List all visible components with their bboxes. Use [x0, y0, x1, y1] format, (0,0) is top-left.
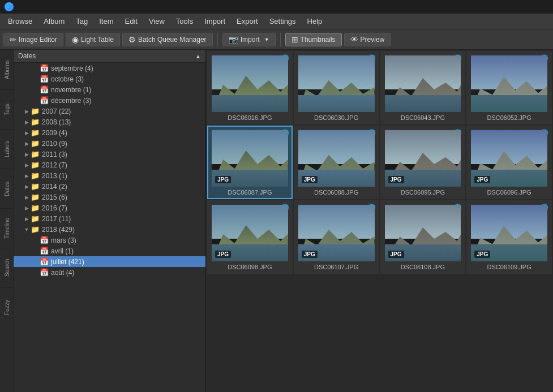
tree-item-2014[interactable]: ▶📁2014 (2) — [14, 181, 205, 192]
tree-item-juillet[interactable]: 📅juillet (421) — [14, 256, 205, 267]
thumb-label-dsc06088: DSC06088.JPG — [298, 189, 375, 196]
sidebar-tab-albums[interactable]: Albums — [0, 50, 14, 89]
tree-item-2015[interactable]: ▶📁2015 (6) — [14, 192, 205, 203]
content-area[interactable]: 🌐DSC06016.JPG🌐DSC06030.JPG🌐DSC06043.JPG🌐… — [206, 50, 553, 392]
menu-help[interactable]: Help — [302, 16, 328, 27]
tree-item-oct[interactable]: 📅octobre (3) — [14, 74, 205, 84]
water-layer — [298, 95, 375, 112]
tree-icon-2011: 📁 — [31, 150, 40, 158]
tree-item-mars[interactable]: 📅mars (3) — [14, 235, 205, 245]
water-layer — [471, 95, 547, 112]
thumb-cell-dsc06030[interactable]: 🌐DSC06030.JPG — [294, 51, 379, 124]
thumb-img-dsc06109: JPG — [471, 205, 547, 261]
tree-icon-2008: 📁 — [31, 118, 40, 126]
thumbnails-label: Thumbnails — [301, 36, 336, 44]
tree-icon-oct: 📅 — [40, 75, 49, 83]
tree-header: Dates ▲ — [14, 50, 205, 63]
thumb-cell-dsc06088[interactable]: 🌐JPGDSC06088.JPG — [294, 126, 379, 199]
tree-icon-2016: 📁 — [31, 204, 40, 212]
jpg-badge: JPG — [388, 251, 404, 258]
tree-label-2007: 2007 (22) — [42, 107, 71, 115]
menu-tag[interactable]: Tag — [70, 16, 93, 27]
tree-label-2017: 2017 (11) — [42, 215, 71, 223]
tree-item-2007[interactable]: ▶📁2007 (22) — [14, 106, 205, 117]
menu-settings[interactable]: Settings — [264, 16, 302, 27]
tree-arrow-2016: ▶ — [23, 205, 31, 211]
menu-browse[interactable]: Browse — [2, 16, 38, 27]
tree-item-2009[interactable]: ▶📁2009 (4) — [14, 127, 205, 138]
thumb-cell-dsc06096[interactable]: 🌐JPGDSC06096.JPG — [466, 126, 552, 199]
preview-icon: 👁 — [350, 35, 358, 44]
sidebar-tab-fuzzy[interactable]: Fuzzy — [0, 287, 14, 327]
thumb-img-dsc06095: JPG — [385, 130, 461, 187]
preview-button[interactable]: 👁 Preview — [344, 33, 391, 46]
thumb-label-dsc06052: DSC06052.JPG — [471, 114, 547, 121]
thumb-cell-dsc06016[interactable]: 🌐DSC06016.JPG — [207, 51, 293, 124]
tree-item-2017[interactable]: ▶📁2017 (11) — [14, 213, 205, 224]
tree-icon-2009: 📁 — [31, 128, 40, 137]
import-icon: 📷 — [229, 35, 238, 44]
sidebar-tab-labels[interactable]: Labels — [0, 129, 14, 169]
thumb-cell-dsc06095[interactable]: 🌐JPGDSC06095.JPG — [380, 126, 466, 199]
sidebar-tab-tags[interactable]: Tags — [0, 89, 14, 129]
tree-label-avril: avril (1) — [51, 247, 74, 255]
menu-album[interactable]: Album — [38, 16, 70, 27]
tree-arrow-2007: ▶ — [23, 109, 31, 114]
tree-item-2013[interactable]: ▶📁2013 (1) — [14, 170, 205, 181]
toolbar-separator-2 — [280, 33, 281, 46]
tree-icon-2018: 📁 — [31, 225, 40, 234]
thumb-cell-dsc06108[interactable]: 🌐JPGDSC06108.JPG — [380, 200, 466, 274]
menu-item[interactable]: Item — [93, 16, 119, 27]
thumb-cell-dsc06043[interactable]: 🌐DSC06043.JPG — [380, 51, 466, 124]
thumbnail-grid: 🌐DSC06016.JPG🌐DSC06030.JPG🌐DSC06043.JPG🌐… — [206, 50, 553, 275]
thumb-img-dsc06088: JPG — [298, 130, 375, 187]
thumb-cell-dsc06109[interactable]: 🌐JPGDSC06109.JPG — [466, 200, 552, 274]
jpg-badge: JPG — [388, 176, 404, 183]
toolbar-separator-1 — [217, 33, 218, 46]
tree-label-sep: septembre (4) — [51, 64, 93, 72]
tree-item-sep[interactable]: 📅septembre (4) — [14, 63, 205, 74]
tree-item-dec[interactable]: 📅décembre (3) — [14, 95, 205, 106]
tree-item-aout[interactable]: 📅août (4) — [14, 267, 205, 278]
tree-item-2016[interactable]: ▶📁2016 (7) — [14, 203, 205, 213]
tree-icon-mars: 📅 — [40, 236, 49, 244]
tree-scroll[interactable]: 📅septembre (4)📅octobre (3)📅novembre (1)📅… — [14, 63, 205, 392]
sidebar-tab-timeline[interactable]: Timeline — [0, 208, 14, 248]
tree-label-2018: 2018 (429) — [42, 226, 75, 234]
tree-item-avril[interactable]: 📅avril (1) — [14, 245, 205, 256]
thumb-cell-dsc06087[interactable]: 🌐JPGDSC06087.JPG — [207, 126, 293, 199]
menu-tools[interactable]: Tools — [170, 16, 199, 27]
tree-item-2012[interactable]: ▶📁2012 (7) — [14, 160, 205, 170]
import-button[interactable]: 📷 Import ▼ — [222, 33, 276, 46]
menu-view[interactable]: View — [143, 16, 170, 27]
tree-item-2018[interactable]: ▼📁2018 (429) — [14, 224, 205, 235]
batch-queue-button[interactable]: ⚙ Batch Queue Manager — [122, 33, 213, 46]
light-table-button[interactable]: ◉ Light Table — [66, 33, 120, 46]
sidebar-tab-dates[interactable]: Dates — [0, 169, 14, 208]
menu-edit[interactable]: Edit — [119, 16, 143, 27]
menu-import[interactable]: Import — [199, 16, 231, 27]
tree-label-2016: 2016 (7) — [42, 204, 67, 212]
tree-item-2008[interactable]: ▶📁2008 (13) — [14, 117, 205, 127]
tree-item-2010[interactable]: ▶📁2010 (9) — [14, 138, 205, 149]
import-dropdown-arrow[interactable]: ▼ — [264, 37, 269, 42]
thumb-cell-dsc06107[interactable]: 🌐JPGDSC06107.JPG — [294, 200, 379, 274]
thumb-label-dsc06108: DSC06108.JPG — [385, 264, 461, 270]
sidebar-tab-search[interactable]: Search — [0, 248, 14, 287]
thumb-cell-dsc06052[interactable]: 🌐DSC06052.JPG — [466, 51, 552, 124]
image-editor-button[interactable]: ✏ Image Editor — [3, 33, 63, 46]
water-layer — [385, 95, 461, 112]
thumb-cell-dsc06098[interactable]: 🌐JPGDSC06098.JPG — [207, 200, 293, 274]
thumb-img-dsc06107: JPG — [298, 205, 375, 261]
tree-item-2011[interactable]: ▶📁2011 (3) — [14, 149, 205, 160]
tree-arrow-2013: ▶ — [23, 173, 31, 179]
light-table-label: Light Table — [81, 36, 114, 44]
thumbnails-icon: ⊞ — [291, 35, 298, 44]
preview-label: Preview — [361, 36, 385, 44]
tree-label-2012: 2012 (7) — [42, 161, 67, 169]
menu-export[interactable]: Export — [231, 16, 264, 27]
thumbnails-button[interactable]: ⊞ Thumbnails — [285, 33, 342, 46]
thumb-label-dsc06095: DSC06095.JPG — [385, 189, 461, 196]
tree-label-juillet: juillet (421) — [51, 258, 84, 266]
tree-item-nov[interactable]: 📅novembre (1) — [14, 84, 205, 95]
